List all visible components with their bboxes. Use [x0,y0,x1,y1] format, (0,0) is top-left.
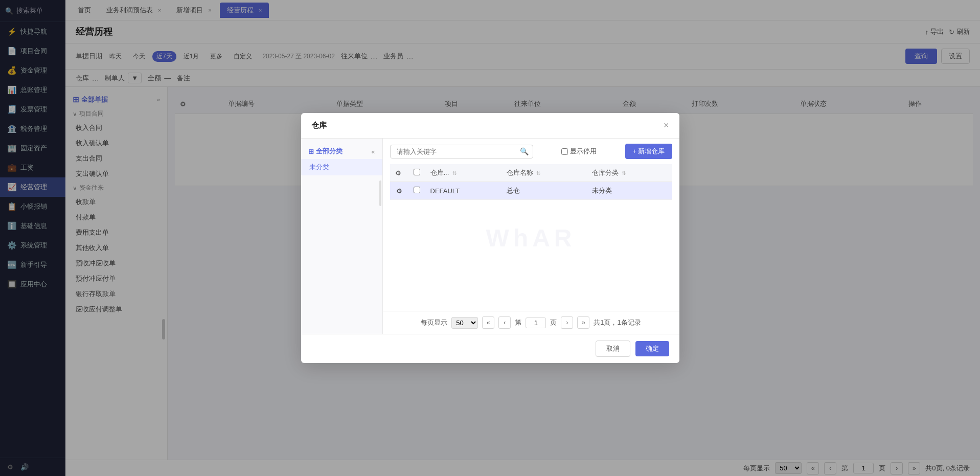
modal-row-checkbox-cell [408,182,425,200]
modal-col-name-sort-icon: ⇅ [536,170,540,176]
modal-tree-all-label: 全部分类 [316,147,343,156]
modal-row-checkbox[interactable] [414,187,420,193]
modal-tree-collapse-icon[interactable]: « [371,148,375,155]
modal-prev-page-btn[interactable]: ‹ [498,316,511,329]
modal-page-size-label: 每页显示 [421,318,447,327]
modal-body: ⊞ 全部分类 « 未分类 🔍 [301,139,679,334]
modal-col-code[interactable]: 仓库... ⇅ [425,164,502,182]
show-disabled-checkbox[interactable] [561,148,568,155]
confirm-button[interactable]: 确定 [635,341,669,356]
modal-next-page-btn[interactable]: › [561,316,573,329]
modal-tree-scrollbar-thumb [379,180,381,206]
modal-col-checkbox[interactable] [408,164,425,182]
modal-overlay: 仓库 × ⊞ 全部分类 « 未分类 [0,0,980,476]
modal-col-name-label: 仓库名称 [507,169,533,176]
modal-col-code-sort-icon: ⇅ [452,170,457,176]
modal-tree: ⊞ 全部分类 « 未分类 [301,139,383,334]
modal-tree-uncategorized-label: 未分类 [309,163,329,171]
modal-search-input[interactable] [395,145,520,158]
watermark: WhAR [486,223,576,252]
modal-col-code-label: 仓库... [430,169,449,176]
modal-total-label: 共1页，1条记录 [594,318,641,327]
modal-table-wrap: WhAR ⚙ 仓库... ⇅ [383,164,679,311]
modal-content-area: 🔍 显示停用 + 新增仓库 WhAR ⚙ [383,139,679,334]
modal-toolbar: 🔍 显示停用 + 新增仓库 [383,139,679,164]
modal-col-settings[interactable]: ⚙ [390,164,408,182]
modal-footer: 取消 确定 [301,334,679,363]
show-disabled-text: 显示停用 [570,147,597,156]
modal-search-wrap: 🔍 [390,145,533,158]
modal-select-all-checkbox[interactable] [414,169,420,175]
modal-table-header: ⚙ 仓库... ⇅ 仓库名称 ⇅ [390,164,672,182]
modal-page-label: 第 [515,318,521,327]
modal-table-row[interactable]: ⚙ DEFAULT 总仓 未分类 [390,182,672,200]
modal-title: 仓库 [311,121,327,130]
modal-pagination: 每页显示 50 20 100 « ‹ 第 页 › » 共1页，1条记录 [383,311,679,334]
modal-header: 仓库 × [301,113,679,139]
cancel-button[interactable]: 取消 [596,341,630,357]
modal-page-input[interactable] [526,318,546,328]
modal-page-size-select[interactable]: 50 20 100 [451,317,478,329]
show-disabled-label[interactable]: 显示停用 [561,147,597,156]
modal-tree-uncategorized[interactable]: 未分类 [301,159,382,175]
modal-col-category-sort-icon: ⇅ [622,170,626,176]
warehouse-modal: 仓库 × ⊞ 全部分类 « 未分类 [301,113,679,363]
modal-row-settings-cell: ⚙ [390,182,408,200]
modal-table: ⚙ 仓库... ⇅ 仓库名称 ⇅ [390,164,672,200]
modal-close-button[interactable]: × [664,120,669,131]
modal-col-name[interactable]: 仓库名称 ⇅ [502,164,587,182]
modal-tree-all-header[interactable]: ⊞ 全部分类 « [301,144,382,159]
modal-row-code-cell: DEFAULT [425,182,502,200]
add-warehouse-button[interactable]: + 新增仓库 [625,144,672,159]
modal-col-category-label: 仓库分类 [592,169,619,176]
modal-col-category[interactable]: 仓库分类 ⇅ [587,164,672,182]
modal-tree-grid-icon: ⊞ [308,148,314,155]
modal-row-category-cell: 未分类 [587,182,672,200]
modal-page-suffix: 页 [550,318,557,327]
modal-first-page-btn[interactable]: « [482,316,494,329]
modal-row-name-cell: 总仓 [502,182,587,200]
modal-search-icon: 🔍 [520,147,529,155]
modal-last-page-btn[interactable]: » [577,316,589,329]
